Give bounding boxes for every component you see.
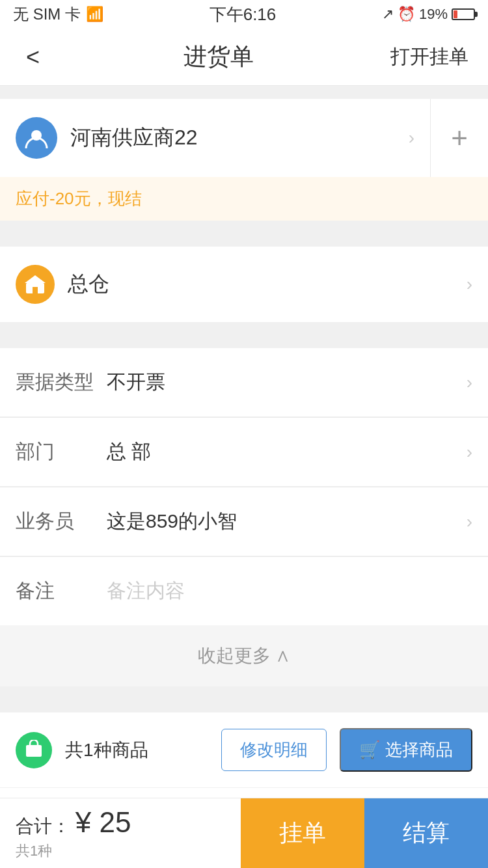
salesman-row[interactable]: 业务员 这是859的小智 › (0, 487, 488, 556)
divider-3 (0, 322, 488, 335)
svg-marker-2 (25, 275, 46, 283)
salesman-chevron-icon: › (467, 511, 472, 532)
alarm-icon: ⏰ (398, 6, 415, 23)
remark-label: 备注 (16, 578, 94, 604)
debt-notice: 应付-20元，现结 (0, 177, 488, 221)
remark-row[interactable]: 备注 备注内容 (0, 557, 488, 625)
products-header: 共1种商品 修改明细 🛒 选择商品 (0, 712, 488, 788)
chevron-right-icon: › (409, 128, 414, 148)
nav-title: 进货单 (183, 41, 254, 73)
invoice-type-label: 票据类型 (16, 369, 94, 396)
products-count-label: 共1种商品 (65, 738, 208, 763)
back-button[interactable]: < (20, 37, 46, 77)
supplier-section: 河南供应商22 › + (0, 99, 488, 177)
supplier-select-button[interactable]: 河南供应商22 › (0, 99, 431, 177)
footer-total: 合计： ¥ 25 共1种 (0, 806, 241, 861)
battery-percent: 19% (419, 6, 448, 23)
department-chevron-icon: › (467, 442, 472, 463)
pending-button[interactable]: 挂单 (241, 798, 364, 869)
carrier-label: 无 SIM 卡 (13, 4, 81, 25)
battery-icon (452, 8, 475, 20)
supplier-name: 河南供应商22 (70, 124, 396, 152)
products-icon (16, 732, 52, 768)
svg-rect-4 (26, 745, 42, 757)
checkout-button[interactable]: 结算 (364, 798, 488, 869)
time-label: 下午6:16 (210, 3, 277, 26)
collapse-button[interactable]: 收起更多 ∧ (0, 625, 488, 686)
add-supplier-button[interactable]: + (431, 99, 488, 177)
warehouse-section[interactable]: 总仓 › (0, 247, 488, 322)
department-label: 部门 (16, 439, 94, 465)
status-bar: 无 SIM 卡 📶 下午6:16 ↗ ⏰ 19% (0, 0, 488, 29)
supplier-avatar (16, 117, 57, 159)
invoice-type-value: 不开票 (94, 369, 467, 396)
warehouse-name: 总仓 (68, 270, 454, 299)
location-icon: ↗ (382, 6, 394, 23)
footer-total-row: 合计： ¥ 25 (16, 806, 225, 839)
footer: 合计： ¥ 25 共1种 挂单 结算 (0, 798, 488, 868)
open-pending-button[interactable]: 打开挂单 (390, 44, 468, 70)
form-section: 票据类型 不开票 › 部门 总 部 › 业务员 这是859的小智 › 备注 备注… (0, 348, 488, 625)
invoice-type-row[interactable]: 票据类型 不开票 › (0, 348, 488, 417)
select-product-button[interactable]: 🛒 选择商品 (340, 728, 472, 772)
department-value: 总 部 (94, 439, 467, 465)
divider-2 (0, 221, 488, 234)
total-count: 共1种 (16, 841, 225, 861)
total-amount: ¥ 25 (75, 806, 131, 838)
status-right: ↗ ⏰ 19% (382, 6, 475, 23)
invoice-chevron-icon: › (467, 372, 472, 393)
cart-icon: 🛒 (359, 740, 380, 760)
department-row[interactable]: 部门 总 部 › (0, 418, 488, 487)
salesman-value: 这是859的小智 (94, 508, 467, 535)
remark-placeholder: 备注内容 (94, 578, 472, 604)
modify-detail-button[interactable]: 修改明细 (221, 729, 327, 771)
divider-4 (0, 686, 488, 699)
nav-bar: < 进货单 打开挂单 (0, 29, 488, 86)
status-left: 无 SIM 卡 📶 (13, 4, 103, 25)
select-product-label: 选择商品 (385, 739, 453, 761)
divider-1 (0, 86, 488, 99)
warehouse-icon (16, 265, 55, 304)
svg-rect-3 (33, 287, 38, 293)
salesman-label: 业务员 (16, 508, 94, 535)
wifi-icon: 📶 (86, 6, 103, 23)
warehouse-chevron-icon: › (467, 274, 472, 295)
total-label: 合计： (16, 816, 70, 836)
